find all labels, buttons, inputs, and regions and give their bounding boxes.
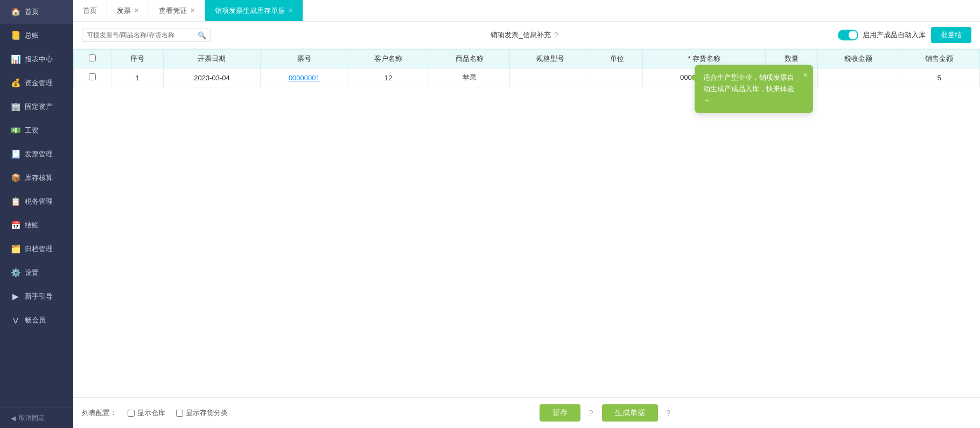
col-header-model: 规格型号 xyxy=(510,50,591,68)
report-icon: 📊 xyxy=(11,54,20,64)
sidebar-item-settle[interactable]: 📅结账 xyxy=(0,213,73,237)
cell-number[interactable]: 00000001 xyxy=(261,68,348,87)
guide-icon: ▶ xyxy=(11,292,20,301)
sidebar: 🏠首页📒总账📊报表中心💰资金管理🏢固定资产💵工资🧾发票管理📦库存核算📋税务管理📅… xyxy=(0,0,73,428)
col-header-customer: 客户名称 xyxy=(348,50,429,68)
tax-icon: 📋 xyxy=(11,197,20,206)
col-header-date: 开票日期 xyxy=(163,50,260,68)
ledger-icon: 📒 xyxy=(11,31,20,40)
row-checkbox[interactable] xyxy=(89,73,96,80)
archive-icon: 🗂️ xyxy=(11,244,20,254)
bottom-actions: 暂存 ? 生成单据 ? xyxy=(239,404,971,422)
cell-product: 苹果 xyxy=(429,68,509,87)
tab-home[interactable]: 首页 xyxy=(73,0,107,21)
toolbar: 🔍 销项发票_信息补充 ? 启用产成品自动入库 批量结 xyxy=(73,22,980,49)
sidebar-item-settings[interactable]: ⚙️设置 xyxy=(0,261,73,285)
salary-icon: 💵 xyxy=(11,126,20,135)
settle-icon: 📅 xyxy=(11,220,20,230)
cell-unit xyxy=(591,68,643,87)
col-header-checkbox xyxy=(74,50,111,68)
toggle-knob xyxy=(849,31,857,39)
search-input[interactable] xyxy=(87,31,194,39)
save-help-icon[interactable]: ? xyxy=(589,409,593,417)
cell-customer: 12 xyxy=(348,68,429,87)
generate-button[interactable]: 生成单据 xyxy=(602,404,658,422)
cell-index: 1 xyxy=(111,68,164,87)
page-content: 🔍 销项发票_信息补充 ? 启用产成品自动入库 批量结 序号开票日期票号客户名称… xyxy=(73,22,980,428)
generate-help-icon[interactable]: ? xyxy=(667,409,671,417)
sidebar-item-tax[interactable]: 📋税务管理 xyxy=(0,190,73,213)
col-header-amount: 销售金额 xyxy=(899,50,980,68)
tab-close-voucher[interactable]: ✕ xyxy=(190,7,195,14)
tab-label-invoice: 发票 xyxy=(117,6,131,16)
toolbar-center: 销项发票_信息补充 ? xyxy=(216,30,832,40)
col-header-product: 商品名称 xyxy=(429,50,509,68)
pin-icon: ◀ xyxy=(11,415,16,422)
sidebar-item-funds[interactable]: 💰资金管理 xyxy=(0,71,73,95)
sidebar-item-inventory[interactable]: 📦库存核算 xyxy=(0,166,73,190)
invoice-link[interactable]: 00000001 xyxy=(289,74,320,82)
search-icon: 🔍 xyxy=(198,31,206,39)
table-container: 序号开票日期票号客户名称商品名称规格型号单位* 存货名称数量税收金额销售金额 1… xyxy=(73,49,980,397)
sidebar-item-report[interactable]: 📊报表中心 xyxy=(0,47,73,71)
assets-icon: 🏢 xyxy=(11,102,20,112)
data-table: 序号开票日期票号客户名称商品名称规格型号单位* 存货名称数量税收金额销售金额 1… xyxy=(73,49,980,87)
show-category-checkbox[interactable]: 显示存货分类 xyxy=(176,408,228,418)
tooltip-close-icon[interactable]: × xyxy=(803,69,808,81)
center-label: 销项发票_信息补充 xyxy=(491,30,550,40)
save-button[interactable]: 暂存 xyxy=(540,404,580,422)
toggle-label: 启用产成品自动入库 xyxy=(863,30,926,40)
sidebar-item-salary[interactable]: 💵工资 xyxy=(0,119,73,142)
funds-icon: 💰 xyxy=(11,78,20,88)
col-header-index: 序号 xyxy=(111,50,164,68)
show-warehouse-checkbox[interactable]: 显示仓库 xyxy=(128,408,165,418)
sidebar-item-ledger[interactable]: 📒总账 xyxy=(0,24,73,47)
settings-icon: ⚙️ xyxy=(11,268,20,278)
tab-label-home: 首页 xyxy=(83,6,97,16)
sidebar-item-assets[interactable]: 🏢固定资产 xyxy=(0,95,73,119)
main-area: 首页发票 ✕查看凭证 ✕销项发票生成库存单据 ✕ 🔍 销项发票_信息补充 ? 启… xyxy=(73,0,980,428)
sidebar-item-vip[interactable]: V畅会员 xyxy=(0,308,73,332)
tab-voucher[interactable]: 查看凭证 ✕ xyxy=(149,0,205,21)
batch-button[interactable]: 批量结 xyxy=(931,27,971,43)
cell-model xyxy=(510,68,591,87)
invoice-icon: 🧾 xyxy=(11,149,20,159)
info-icon[interactable]: ? xyxy=(554,31,558,39)
tab-close-main[interactable]: ✕ xyxy=(288,7,293,14)
sidebar-item-guide[interactable]: ▶新手引导 xyxy=(0,285,73,308)
sidebar-item-archive[interactable]: 🗂️归档管理 xyxy=(0,237,73,261)
list-config-label: 列表配置： xyxy=(82,408,117,418)
cell-tax_rate xyxy=(818,68,899,87)
sidebar-footer-label: 取消固定 xyxy=(19,413,45,423)
search-box[interactable]: 🔍 xyxy=(82,29,211,42)
sidebar-item-home[interactable]: 🏠首页 xyxy=(0,0,73,24)
tab-invoice[interactable]: 发票 ✕ xyxy=(107,0,149,21)
sidebar-footer[interactable]: ◀ 取消固定 xyxy=(0,408,73,428)
tooltip-text: 适合生产型企业，销项发票自动生成产成品入库，快来体验～ xyxy=(703,72,804,106)
toggle-area: 启用产成品自动入库 xyxy=(838,30,926,40)
table-row: 12023-03-040000000112苹果000001 苹果 个5 xyxy=(74,68,980,87)
bottom-bar: 列表配置： 显示仓库 显示存货分类 暂存 ? 生成单据 ? xyxy=(73,397,980,428)
auto-stock-toggle[interactable] xyxy=(838,30,858,40)
cell-amount: 5 xyxy=(899,68,980,87)
select-all-checkbox[interactable] xyxy=(89,54,96,61)
vip-icon: V xyxy=(11,316,20,325)
tab-label-voucher: 查看凭证 xyxy=(159,6,187,16)
cell-date: 2023-03-04 xyxy=(163,68,260,87)
tab-close-invoice[interactable]: ✕ xyxy=(134,7,139,14)
tab-bar: 首页发票 ✕查看凭证 ✕销项发票生成库存单据 ✕ xyxy=(73,0,980,22)
tooltip-popup: × 适合生产型企业，销项发票自动生成产成品入库，快来体验～ xyxy=(695,65,813,113)
col-header-unit: 单位 xyxy=(591,50,643,68)
cell-checkbox[interactable] xyxy=(74,68,111,87)
home-icon: 🏠 xyxy=(11,7,20,17)
tab-main[interactable]: 销项发票生成库存单据 ✕ xyxy=(205,0,303,21)
inventory-icon: 📦 xyxy=(11,173,20,183)
sidebar-item-invoice[interactable]: 🧾发票管理 xyxy=(0,142,73,166)
col-header-number: 票号 xyxy=(261,50,348,68)
col-header-tax_rate: 税收金额 xyxy=(818,50,899,68)
tab-label-main: 销项发票生成库存单据 xyxy=(215,6,285,16)
